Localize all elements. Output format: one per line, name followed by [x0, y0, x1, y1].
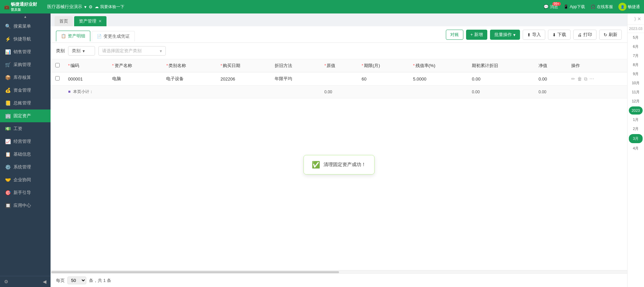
sidebar-item-guide[interactable]: 🎯 新手引导 [0, 186, 51, 199]
tab-close-icon[interactable]: ✕ [98, 19, 102, 24]
per-page-select[interactable]: 50 100 [67, 277, 86, 284]
sidebar-item-purchase[interactable]: 🛒 采购管理 [0, 58, 51, 71]
headset-icon: 🎧 [590, 4, 595, 9]
more-icon[interactable]: ⋯ [589, 76, 594, 82]
cell-code: 000001 [64, 72, 108, 86]
sidebar-item-business[interactable]: 📈 经营管理 [0, 135, 51, 148]
month-10[interactable]: 10月 [627, 78, 644, 88]
year-month-list: 5月 6月 7月 8月 9月 10月 11月 12月 2023 1月 2月 3月… [627, 33, 644, 153]
table-header-row: *编码 *资产名称 *类别名称 *购买日期 折旧方法 *原值 *期限(月) *残… [51, 59, 627, 72]
row-checkbox[interactable] [55, 76, 60, 81]
row-checkbox-cell [51, 72, 64, 86]
sidebar-item-ledger[interactable]: 📒 总账管理 [0, 97, 51, 109]
sidebar-scroll-up[interactable]: ▲ [0, 13, 51, 20]
month-6[interactable]: 6月 [627, 42, 644, 51]
sidebar-label-system: 系统管理 [13, 164, 31, 170]
sidebar-settings-icon[interactable]: ⚙ [4, 279, 8, 284]
cell-actions: ✏ 🗑 ⧉ ⋯ [567, 72, 627, 86]
sub-tab-change-voucher[interactable]: 📄 变更生成凭证 [92, 31, 135, 41]
sub-tab-asset-detail[interactable]: 📋 资产明细 [56, 31, 90, 41]
reconcile-button[interactable]: 对账 [446, 30, 463, 40]
year-2023-label[interactable]: 2023 [629, 106, 643, 115]
sidebar-item-payroll[interactable]: 💵 工资 [0, 122, 51, 135]
sidebar-collapse-icon[interactable]: ◀ [43, 279, 47, 284]
cell-initial-dep: 0.00 [468, 72, 534, 86]
pagination-bar: 每页 50 100 条，共 1 条 [51, 274, 627, 287]
sidebar-item-finance[interactable]: 💰 资金管理 [0, 84, 51, 97]
cell-category: 电子设备 [162, 72, 216, 86]
sidebar-item-sales[interactable]: 📊 销售管理 [0, 45, 51, 58]
sidebar-item-search[interactable]: 🔍 搜索菜单 [0, 20, 51, 33]
category-type-select[interactable]: 请选择固定资产类别 ▾ [98, 46, 166, 56]
sidebar-item-system[interactable]: ⚙️ 系统管理 [0, 161, 51, 173]
app-download-btn[interactable]: 📱 App下载 [563, 4, 585, 10]
settings-icon[interactable]: ⚙ [89, 4, 93, 9]
total-count: 条，共 1 条 [89, 278, 111, 284]
month-1[interactable]: 1月 [627, 115, 644, 124]
batch-button[interactable]: 批量操作 ▾ [490, 30, 520, 40]
sidebar-label-business: 经营管理 [13, 138, 31, 145]
tab-asset-management[interactable]: 资产管理 ✕ [74, 16, 106, 26]
right-panel-close-icon[interactable]: ✕ [637, 16, 641, 22]
refresh-button[interactable]: ↻ 刷新 [599, 30, 622, 40]
month-4[interactable]: 4月 [627, 144, 644, 153]
sidebar-item-collab[interactable]: 🤝 企业协同 [0, 173, 51, 186]
asset-detail-icon: 📋 [61, 34, 66, 38]
tab-home[interactable]: 首页 [55, 16, 73, 26]
sidebar-item-basic-info[interactable]: 📋 基础信息 [0, 148, 51, 161]
month-8[interactable]: 8月 [627, 60, 644, 69]
select-all-checkbox[interactable] [55, 63, 60, 67]
sidebar-item-apps[interactable]: 🔲 应用中心 [0, 199, 51, 212]
month-11[interactable]: 11月 [627, 88, 644, 97]
month-12[interactable]: 12月 [627, 97, 644, 106]
messages-btn[interactable]: 💬 消息 99+ [544, 4, 558, 10]
month-3-active[interactable]: 3月 [629, 134, 643, 143]
edit-icon[interactable]: ✏ [571, 76, 575, 82]
export-button[interactable]: ⬆ 导入 [523, 30, 545, 40]
download-icon: ⬇ [552, 32, 556, 37]
scroll-thumb [51, 271, 339, 273]
new-button[interactable]: + 新增 [466, 30, 487, 40]
col-purchase-date: *购买日期 [216, 59, 271, 72]
month-7[interactable]: 7月 [627, 51, 644, 60]
horizontal-scrollbar[interactable] [51, 270, 627, 274]
toast-text: 清理固定资产成功！ [324, 162, 366, 168]
logo: 💼 畅捷通好业财 普及版 [4, 1, 37, 12]
col-dep-method: 折旧方法 [271, 59, 320, 72]
copy-icon[interactable]: ⧉ [584, 76, 587, 82]
delete-icon[interactable]: 🗑 [577, 76, 582, 82]
sidebar-item-fixed-assets[interactable]: 🏢 固定资产 [0, 109, 51, 122]
subtotal-original-value: 0.00 [320, 86, 358, 98]
purchase-icon: 🛒 [5, 62, 11, 67]
user-profile-btn[interactable]: 👤 畅捷通 [618, 3, 640, 11]
change-voucher-icon: 📄 [97, 34, 102, 39]
cell-original-value [320, 72, 358, 86]
sidebar-label-purchase: 采购管理 [13, 62, 31, 68]
table-container: *编码 *资产名称 *类别名称 *购买日期 折旧方法 *原值 *期限(月) *残… [51, 59, 627, 270]
company-dropdown-icon[interactable]: ▾ [84, 4, 87, 9]
payroll-icon: 💵 [5, 126, 11, 131]
table-row: 000001 电脑 电子设备 202206 年限平均 60 5.0000 0.0… [51, 72, 627, 86]
cell-name: 电脑 [108, 72, 162, 86]
sidebar: ▲ 🔍 搜索菜单 ⚡ 快捷导航 📊 销售管理 🛒 采购管理 📦 库存核算 💰 资… [0, 13, 51, 287]
category-select-arrow: ▾ [83, 49, 85, 54]
online-service-btn[interactable]: 🎧 在线客服 [590, 4, 613, 10]
main-layout: ▲ 🔍 搜索菜单 ⚡ 快捷导航 📊 销售管理 🛒 采购管理 📦 库存核算 💰 资… [0, 13, 644, 287]
sidebar-item-quicknav[interactable]: ⚡ 快捷导航 [0, 33, 51, 45]
sidebar-item-inventory[interactable]: 📦 库存核算 [0, 71, 51, 84]
print-button[interactable]: 🖨 打印 [573, 30, 596, 40]
subtotal-initial-dep: 0.00 [468, 86, 534, 98]
right-panel-expand-icon[interactable]: ⟩ [634, 16, 636, 22]
page-content: 📋 资产明细 📄 变更生成凭证 对账 + 新增 批量操作 ▾ ⬆ [51, 26, 627, 287]
sidebar-label-inventory: 库存核算 [13, 74, 31, 81]
month-9[interactable]: 9月 [627, 69, 644, 78]
category-select-value: 类别 [72, 48, 81, 54]
business-icon: 📈 [5, 139, 11, 144]
category-select[interactable]: 类别 ▾ [68, 46, 95, 56]
month-2[interactable]: 2月 [627, 124, 644, 133]
month-5[interactable]: 5月 [627, 33, 644, 42]
download-button[interactable]: ⬇ 下载 [548, 30, 571, 40]
experience-btn[interactable]: ☁ 我要体验一下 [95, 4, 124, 10]
sidebar-label-ledger: 总账管理 [13, 100, 31, 106]
subtotal-label: 本页小计： [73, 89, 93, 94]
